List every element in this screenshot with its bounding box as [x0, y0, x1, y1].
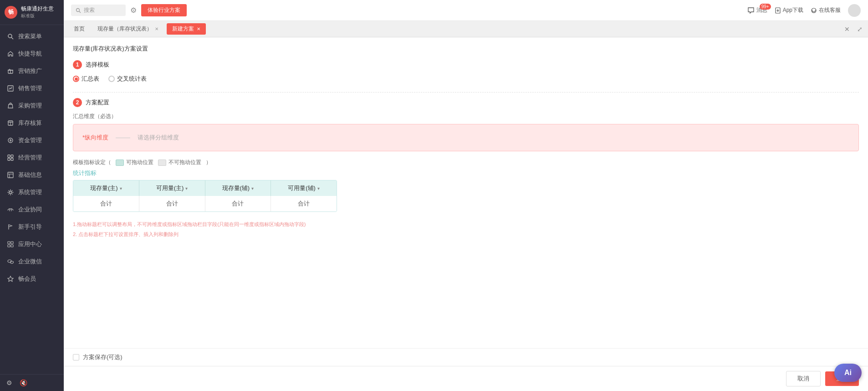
tips-tip2: 2. 点击标题栏下拉可设置排序、插入列和删除列 [73, 232, 179, 237]
sidebar: 畅 畅康通好生意 标准版 搜索菜单 快捷导航 营销推广 [0, 0, 64, 391]
sidebar-label-sys-mgmt: 系统管理 [18, 188, 42, 196]
col1-chevron-icon[interactable]: ▾ [185, 186, 188, 191]
topbar-gear-icon[interactable]: ⚙ [130, 6, 137, 15]
sidebar-logo: 畅 畅康通好生意 标准版 [0, 0, 64, 25]
template-summary-option[interactable]: 汇总表 [73, 75, 99, 83]
tab-new-close-icon[interactable]: ✕ [197, 26, 200, 31]
online-service-btn[interactable]: 在线客服 [811, 6, 841, 14]
svg-line-1 [11, 37, 13, 39]
stats-label: 统计指标 [73, 169, 859, 177]
sidebar-label-app-center: 应用中心 [18, 240, 42, 248]
sidebar-item-finance[interactable]: 资金管理 [0, 132, 64, 149]
template-summary-radio[interactable] [73, 76, 79, 82]
sidebar-item-collab[interactable]: 企业协同 [0, 201, 64, 218]
flag-icon [6, 223, 15, 231]
stats-col-available-main[interactable]: 可用量(主) ▾ [139, 180, 205, 196]
sidebar-label-finance: 资金管理 [18, 136, 42, 144]
gear-icon [6, 188, 15, 196]
settings-icon[interactable]: ⚙ [6, 379, 12, 386]
tab-home-label: 首页 [74, 25, 85, 33]
dim-label: *纵向维度 [82, 134, 108, 142]
sidebar-label-sales: 销售管理 [18, 84, 42, 93]
money-icon [6, 136, 15, 144]
stats-body-col1: 合计 [139, 196, 205, 211]
sidebar-item-base-info[interactable]: 基础信息 [0, 166, 64, 184]
sidebar-item-membership[interactable]: 畅会员 [0, 270, 64, 288]
tab-new-scheme[interactable]: 新建方案 ✕ [167, 23, 206, 35]
sidebar-label-ops: 经营管理 [18, 154, 42, 162]
topbar-right: 消息 99+ App下载 在线客服 [747, 4, 861, 17]
tips-section: 1.拖动标题栏可以调整布局，不可跨维度或指标区域拖动栏目字段(只能在同一维度或指… [73, 219, 859, 239]
message-btn[interactable]: 消息 99+ [747, 6, 767, 14]
fixed-legend: 不可拖动位置 [158, 159, 201, 166]
ai-fab-button[interactable]: Ai [834, 364, 862, 382]
star-icon [6, 275, 15, 283]
sidebar-item-quick-nav[interactable]: 快捷导航 [0, 45, 64, 62]
sidebar-item-purchase[interactable]: 采购管理 [0, 97, 64, 114]
save-checkbox[interactable] [73, 354, 79, 360]
col0-chevron-icon[interactable]: ▾ [120, 186, 122, 191]
template-cross-option[interactable]: 交叉统计表 [108, 75, 147, 83]
sidebar-item-search-menu[interactable]: 搜索菜单 [0, 28, 64, 45]
stats-col-stock-aux[interactable]: 现存量(辅) ▾ [205, 180, 271, 196]
stats-section: 统计指标 现存量(主) ▾ 可用量(主) ▾ [73, 169, 859, 212]
tab-inventory-status[interactable]: 现存量（库存状况表） ✕ [91, 22, 165, 36]
dimension-label: 汇总维度（必选） [73, 113, 859, 120]
message-badge: 99+ [760, 4, 771, 10]
stats-col-available-aux[interactable]: 可用量(辅) ▾ [271, 180, 337, 196]
svg-rect-17 [8, 245, 10, 247]
tips-title: 1.拖动标题栏可以调整布局，不可跨维度或指标区域拖动栏目字段(只能在同一维度或指… [73, 219, 859, 229]
svg-line-23 [79, 11, 81, 13]
draggable-legend-box [116, 159, 124, 166]
sidebar-item-inventory[interactable]: 库存核算 [0, 114, 64, 132]
stats-col-stock-main[interactable]: 现存量(主) ▾ [73, 180, 139, 196]
col3-chevron-icon[interactable]: ▾ [317, 186, 320, 191]
tab-home[interactable]: 首页 [67, 22, 91, 36]
wechat-icon [6, 257, 15, 266]
section2-number: 2 [73, 98, 82, 107]
app-logo-icon: 畅 [5, 6, 17, 19]
sidebar-item-ops[interactable]: 经营管理 [0, 149, 64, 166]
section-template: 1 选择模板 汇总表 交叉统计表 [73, 60, 859, 83]
tabs-controls: ✕ ⤢ [842, 25, 864, 34]
dimension-box[interactable]: *纵向维度 —— 请选择分组维度 [73, 124, 859, 151]
svg-rect-8 [11, 155, 13, 157]
app-edition: 标准版 [21, 13, 54, 19]
sidebar-item-newbie[interactable]: 新手引导 [0, 218, 64, 236]
sidebar-item-app-center[interactable]: 应用中心 [0, 236, 64, 253]
sidebar-item-marketing[interactable]: 营销推广 [0, 62, 64, 80]
stats-body: 合计 合计 合计 合计 [73, 196, 337, 211]
ops-icon [6, 154, 15, 162]
template-cross-radio[interactable] [108, 76, 115, 82]
search-menu-icon [6, 32, 15, 41]
col2-chevron-icon[interactable]: ▾ [251, 186, 254, 191]
stats-header: 现存量(主) ▾ 可用量(主) ▾ 现存量(辅) [73, 180, 337, 196]
tab-inventory-close-icon[interactable]: ✕ [155, 26, 158, 31]
topbar-search-box[interactable]: 搜索 [71, 5, 126, 16]
svg-rect-11 [8, 172, 13, 178]
indicators-section: 模板指标设定（ 可拖动位置 不可拖动位置 ） [73, 159, 859, 212]
cancel-button[interactable]: 取消 [786, 371, 821, 386]
sidebar-label-search-menu: 搜索菜单 [18, 32, 42, 41]
sidebar-label-inventory: 库存核算 [18, 119, 42, 127]
bottom-bar: 取消 查询 [64, 366, 868, 391]
tips-tip1: 1.拖动标题栏可以调整布局，不可跨维度或指标区域拖动栏目字段(只能在同一维度或指… [73, 221, 306, 227]
section1-label: 选择模板 [86, 61, 109, 69]
sidebar-item-sales[interactable]: 销售管理 [0, 80, 64, 97]
tab-new-scheme-label: 新建方案 [172, 25, 194, 33]
home-icon [6, 50, 15, 58]
main-area: 搜索 ⚙ 体验行业方案 消息 99+ App下载 在线客服 首页 [64, 0, 868, 391]
svg-rect-7 [8, 155, 10, 157]
tab-close-ctrl-btn[interactable]: ✕ [842, 25, 852, 34]
section2-header: 2 方案配置 [73, 98, 859, 107]
app-download-btn[interactable]: App下载 [775, 6, 803, 14]
sidebar-item-sys-mgmt[interactable]: 系统管理 [0, 184, 64, 201]
sidebar-item-wechat[interactable]: 企业微信 [0, 253, 64, 270]
sound-icon[interactable]: 🔇 [20, 379, 27, 386]
indicator-close-bracket: ） [206, 159, 211, 166]
tab-expand-ctrl-btn[interactable]: ⤢ [855, 25, 864, 34]
user-avatar[interactable] [848, 4, 861, 17]
apps-icon [6, 240, 15, 248]
template-summary-label: 汇总表 [82, 75, 99, 83]
trial-btn[interactable]: 体验行业方案 [141, 4, 187, 16]
